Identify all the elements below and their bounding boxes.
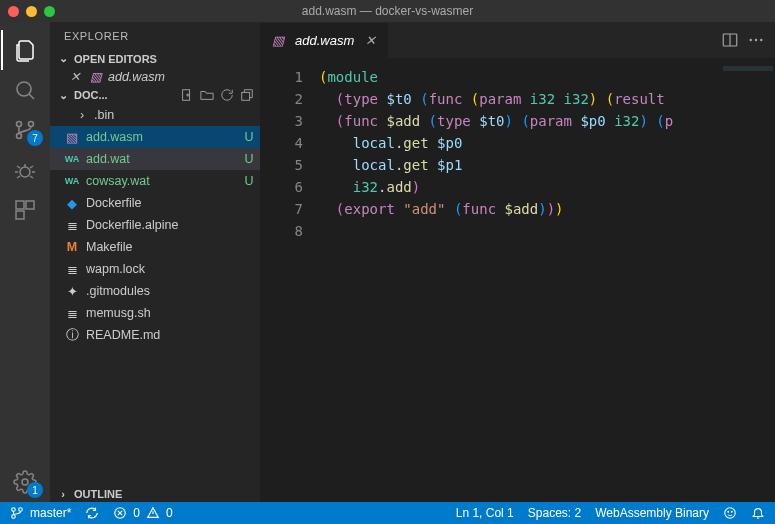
open-editor-item[interactable]: ✕ ▧ add.wasm [50,67,260,86]
status-notifications[interactable] [751,506,765,520]
file-name: README.md [86,328,236,342]
branch-name: master* [30,506,71,520]
outline-label: OUTLINE [74,488,254,500]
activity-extensions[interactable] [1,190,49,230]
svg-rect-5 [16,201,24,209]
bug-icon [13,158,37,182]
svg-point-14 [760,39,762,41]
tree-folder[interactable]: ›.bin [50,104,260,126]
new-folder-icon[interactable] [200,88,214,102]
wat-file-icon: WA [64,154,80,164]
status-feedback[interactable] [723,506,737,520]
svg-point-0 [17,82,31,96]
branch-icon [10,506,24,520]
git-status: U [242,130,256,144]
chevron-right-icon: › [56,488,70,500]
git-status: U [242,174,256,188]
svg-point-13 [755,39,757,41]
status-branch[interactable]: master* [10,506,71,520]
generic-file-icon: ≣ [64,218,80,233]
main-area: 7 1 EXPLORER ⌄ OPEN EDITORS ✕ ▧ add.wasm… [0,22,775,502]
svg-point-8 [22,479,28,485]
svg-rect-10 [242,92,250,100]
file-name: wapm.lock [86,262,236,276]
svg-point-15 [12,508,16,512]
svg-point-2 [17,134,22,139]
activity-settings[interactable]: 1 [1,462,49,502]
chevron-right-icon: › [76,108,88,122]
activity-debug[interactable] [1,150,49,190]
workspace-header[interactable]: ⌄ DOC... [50,86,260,104]
new-file-icon[interactable] [180,88,194,102]
wasm-file-icon: ▧ [272,33,288,48]
folder-name: .bin [94,108,256,122]
tree-file[interactable]: ▧add.wasmU [50,126,260,148]
status-indent[interactable]: Spaces: 2 [528,506,581,520]
warning-icon [146,506,160,520]
gear-file-icon: ✦ [64,284,80,299]
scm-badge: 7 [27,130,43,146]
generic-file-icon: ≣ [64,306,80,321]
code-content[interactable]: (module (type $t0 (func (param i32 i32) … [315,58,775,502]
error-icon [113,506,127,520]
activity-explorer[interactable] [1,30,49,70]
info-file-icon: ⓘ [64,327,80,344]
open-editor-filename: add.wasm [108,70,165,84]
tree-file[interactable]: ≣wapm.lock [50,258,260,280]
file-name: Dockerfile [86,196,236,210]
editor-actions [711,22,775,58]
status-bar: master* 0 0 Ln 1, Col 1 Spaces: 2 WebAss… [0,502,775,524]
close-icon[interactable]: ✕ [70,69,84,84]
line-gutter: 12345678 [260,58,315,502]
tree-file[interactable]: ≣Dockerfile.alpine [50,214,260,236]
status-sync[interactable] [85,506,99,520]
open-editors-label: OPEN EDITORS [74,53,254,65]
tab-label: add.wasm [295,33,354,48]
docker-file-icon: ◆ [64,196,80,211]
file-name: .gitmodules [86,284,236,298]
status-problems[interactable]: 0 0 [113,506,172,520]
sync-icon [85,506,99,520]
wat-file-icon: WA [64,176,80,186]
files-icon [13,38,37,62]
workspace-root-label: DOC... [74,89,176,101]
editor-body[interactable]: 12345678 (module (type $t0 (func (param … [260,58,775,502]
tree-file[interactable]: WAcowsay.watU [50,170,260,192]
minimap[interactable] [723,66,773,106]
svg-point-3 [29,122,34,127]
split-editor-icon[interactable] [721,31,739,49]
status-language[interactable]: WebAssembly Binary [595,506,709,520]
file-name: add.wat [86,152,236,166]
activity-search[interactable] [1,70,49,110]
more-icon[interactable] [747,31,765,49]
tree-file[interactable]: ◆Dockerfile [50,192,260,214]
errors-count: 0 [133,506,140,520]
file-name: cowsay.wat [86,174,236,188]
activity-scm[interactable]: 7 [1,110,49,150]
wasm-file-icon: ▧ [64,130,80,145]
tree-file[interactable]: WAadd.watU [50,148,260,170]
open-editors-header[interactable]: ⌄ OPEN EDITORS [50,50,260,67]
svg-rect-6 [26,201,34,209]
window-title: add.wasm — docker-vs-wasmer [0,4,775,18]
tree-file[interactable]: ✦.gitmodules [50,280,260,302]
refresh-icon[interactable] [220,88,234,102]
file-tab[interactable]: ▧ add.wasm ✕ [260,23,389,58]
status-cursor[interactable]: Ln 1, Col 1 [456,506,514,520]
git-status: U [242,152,256,166]
file-name: memusg.sh [86,306,236,320]
generic-file-icon: ≣ [64,262,80,277]
outline-header[interactable]: › OUTLINE [50,486,260,502]
close-icon[interactable]: ✕ [365,33,376,48]
tree-file[interactable]: MMakefile [50,236,260,258]
svg-point-1 [17,122,22,127]
window-titlebar: add.wasm — docker-vs-wasmer [0,0,775,22]
explorer-sidebar: EXPLORER ⌄ OPEN EDITORS ✕ ▧ add.wasm ⌄ D… [50,22,260,502]
tree-file[interactable]: ≣memusg.sh [50,302,260,324]
collapse-all-icon[interactable] [240,88,254,102]
file-name: Dockerfile.alpine [86,218,236,232]
smiley-icon [723,506,737,520]
tree-file[interactable]: ⓘREADME.md [50,324,260,346]
svg-point-20 [728,511,729,512]
wasm-file-icon: ▧ [90,69,102,84]
